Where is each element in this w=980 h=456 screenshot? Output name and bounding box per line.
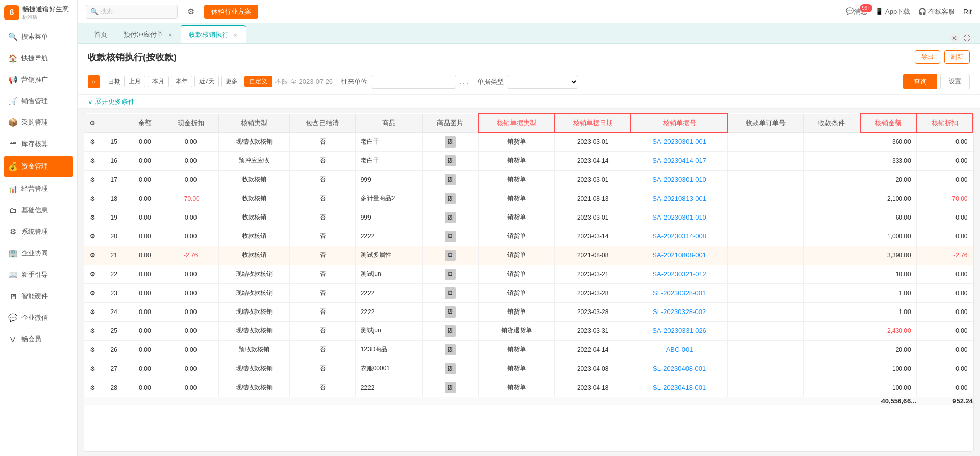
sidebar-item-quick-nav[interactable]: 🏠 快捷导航 — [0, 47, 77, 69]
window-expand-button[interactable]: ⛶ — [962, 33, 972, 43]
this-year-btn[interactable]: 本年 — [171, 76, 192, 87]
cell-verify-doc-type: 销货单 — [478, 246, 555, 265]
cell-verify-doc-no[interactable]: SA-20230301-001 — [631, 132, 727, 151]
refresh-button[interactable]: 刷新 — [944, 50, 970, 64]
cell-verify-doc-no[interactable]: ABC-001 — [631, 340, 727, 359]
expand-conditions-button[interactable]: ∨ 展开更多条件 — [88, 97, 135, 106]
cell-settings[interactable]: ⚙ — [84, 246, 101, 265]
verify-doc-no-link[interactable]: SL-20230328-001 — [653, 289, 706, 297]
verify-doc-no-link[interactable]: SA-20230414-017 — [652, 157, 706, 164]
cell-verify-doc-no[interactable]: SA-20210808-001 — [631, 246, 727, 265]
sidebar-item-basic[interactable]: 🗂 基础信息 — [0, 200, 77, 221]
partner-input[interactable] — [371, 75, 456, 89]
cell-verify-doc-no[interactable]: SL-20230408-001 — [631, 359, 727, 378]
cell-verify-doc-no[interactable]: SA-20230301-010 — [631, 170, 727, 189]
order-type-select[interactable] — [507, 75, 578, 89]
table-row: ⚙ 16 0.00 0.00 预冲应应收 否 老白干 🖼 销货单 2023-04… — [84, 151, 973, 170]
partner-dots[interactable]: ... — [459, 77, 469, 86]
cell-verify-doc-no[interactable]: SL-20230418-001 — [631, 378, 727, 397]
verify-doc-no-link[interactable]: ABC-001 — [666, 346, 693, 353]
sidebar-item-search[interactable]: 🔍 搜索菜单 — [0, 26, 77, 47]
filter-expand-arrow[interactable]: » — [88, 75, 100, 88]
sidebar-item-hardware[interactable]: 🖥 智能硬件 — [0, 285, 77, 307]
message-area[interactable]: 💬 消息 99+ — [846, 7, 867, 16]
cell-settings[interactable]: ⚙ — [84, 283, 101, 302]
cell-settings[interactable]: ⚙ — [84, 170, 101, 189]
sidebar-item-inventory[interactable]: 🗃 库存核算 — [0, 133, 77, 155]
window-close-button[interactable]: ✕ — [949, 33, 960, 43]
sidebar-item-system[interactable]: ⚙ 系统管理 — [0, 221, 77, 243]
sidebar-item-wechat[interactable]: 💬 企业微信 — [0, 307, 77, 328]
tab-prepay[interactable]: 预付冲应付单× — [115, 26, 181, 43]
search-icon: 🔍 — [90, 8, 99, 15]
sidebar-item-marketing[interactable]: 📢 营销推广 — [0, 69, 77, 90]
industry-solution-button[interactable]: 休验行业方案 — [204, 5, 258, 19]
verify-doc-no-link[interactable]: SL-20230418-001 — [653, 383, 706, 391]
more-btn[interactable]: 更多 — [221, 76, 242, 87]
cell-verify-doc-no[interactable]: SA-20230314-008 — [631, 227, 727, 246]
cell-verify-doc-no[interactable]: SA-20230321-012 — [631, 265, 727, 283]
verify-doc-no-link[interactable]: SA-20230321-012 — [652, 270, 706, 278]
cell-verify-doc-date: 2022-04-14 — [555, 340, 631, 359]
tab-close-receipt[interactable]: × — [234, 31, 238, 39]
tab-close-prepay[interactable]: × — [168, 31, 173, 39]
cell-verify-discount: 0.00 — [916, 302, 973, 321]
cell-settings[interactable]: ⚙ — [84, 265, 101, 283]
query-button[interactable]: 查询 — [903, 74, 937, 89]
cell-verify-doc-no[interactable]: SL-20230328-001 — [631, 283, 727, 302]
export-button[interactable]: 导出 — [915, 50, 940, 64]
cell-settings[interactable]: ⚙ — [84, 378, 101, 397]
verify-doc-no-link[interactable]: SA-20210808-001 — [652, 251, 706, 259]
settings-icon[interactable]: ⚙ — [184, 5, 198, 19]
verify-doc-no-link[interactable]: SA-20230301-010 — [652, 213, 706, 221]
sidebar-item-enterprise[interactable]: 🏢 企业协同 — [0, 243, 77, 264]
online-service-area[interactable]: 🎧 在线客服 — [918, 7, 955, 16]
sidebar-item-business[interactable]: 📊 经营管理 — [0, 178, 77, 200]
cell-settings[interactable]: ⚙ — [84, 321, 101, 340]
cell-settings[interactable]: ⚙ — [84, 302, 101, 321]
verify-doc-no-link[interactable]: SL-20230328-002 — [653, 308, 706, 316]
topbar-search-area[interactable]: 🔍 搜索... — [86, 5, 178, 19]
cell-verify-doc-type: 销货单 — [478, 265, 555, 283]
cell-cash-discount: 0.00 — [163, 170, 218, 189]
verify-doc-no-link[interactable]: SA-20230314-008 — [652, 232, 706, 240]
cell-verify-doc-no[interactable]: SL-20230328-002 — [631, 302, 727, 321]
table-row: ⚙ 26 0.00 0.00 预收款核销 否 123D商品 🖼 销货单 2022… — [84, 340, 973, 359]
col-settings[interactable]: ⚙ — [84, 114, 101, 132]
verify-doc-no-link[interactable]: SA-20210813-001 — [652, 195, 706, 202]
verify-doc-no-link[interactable]: SL-20230408-001 — [653, 365, 706, 372]
this-month-btn[interactable]: 本月 — [148, 76, 169, 87]
verify-doc-no-link[interactable]: SA-20230301-010 — [652, 176, 706, 183]
tab-receipt[interactable]: 收款核销执行× — [181, 25, 246, 43]
cell-verify-doc-no[interactable]: SA-20230331-026 — [631, 321, 727, 340]
verify-doc-no-link[interactable]: SA-20230331-026 — [652, 327, 706, 334]
window-controls: ✕ ⛶ — [949, 33, 972, 43]
cell-settings[interactable]: ⚙ — [84, 340, 101, 359]
cell-settings[interactable]: ⚙ — [84, 189, 101, 208]
custom-date-btn[interactable]: 自定义 — [244, 76, 272, 87]
cell-verify-type: 收款核销 — [218, 227, 289, 246]
cell-settings[interactable]: ⚙ — [84, 208, 101, 227]
sidebar-item-sales[interactable]: 🛒 销售管理 — [0, 90, 77, 112]
verify-doc-no-link[interactable]: SA-20230301-001 — [652, 138, 706, 146]
cell-settings[interactable]: ⚙ — [84, 151, 101, 170]
cell-settings[interactable]: ⚙ — [84, 359, 101, 378]
cell-verify-doc-no[interactable]: SA-20210813-001 — [631, 189, 727, 208]
cell-settings[interactable]: ⚙ — [84, 227, 101, 246]
last-7days-btn[interactable]: 近7天 — [194, 76, 219, 87]
sidebar-item-purchase[interactable]: 📦 采购管理 — [0, 112, 77, 133]
app-download-area[interactable]: 📱 App下载 — [875, 7, 910, 16]
sidebar-item-guide[interactable]: 📖 新手引导 — [0, 264, 77, 285]
sidebar-item-member[interactable]: V 畅会员 — [0, 328, 77, 350]
cell-goods: 2222 — [355, 378, 422, 397]
tab-home[interactable]: 首页 — [86, 26, 115, 43]
sidebar-item-finance[interactable]: 💰 资金管理 — [4, 156, 73, 177]
cell-verify-doc-date: 2023-04-18 — [555, 378, 631, 397]
cell-seq: 26 — [101, 340, 127, 359]
cell-settings[interactable]: ⚙ — [84, 132, 101, 151]
filter-settings-button[interactable]: 设置 — [940, 74, 970, 89]
last-month-btn[interactable]: 上月 — [124, 76, 145, 87]
user-name[interactable]: Rit — [963, 8, 972, 16]
cell-verify-doc-no[interactable]: SA-20230414-017 — [631, 151, 727, 170]
cell-verify-doc-no[interactable]: SA-20230301-010 — [631, 208, 727, 227]
